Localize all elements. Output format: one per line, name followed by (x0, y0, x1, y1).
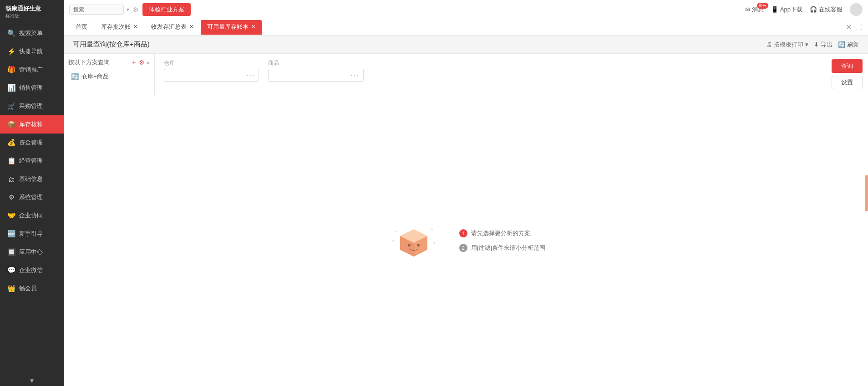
tabbar-actions: ✕ ⛶ (846, 23, 863, 31)
sidebar-item-weixin[interactable]: 💬 企业微信 (0, 261, 64, 279)
svg-point-10 (433, 242, 435, 244)
company-name: 畅康通好生意 (5, 5, 58, 13)
tab-home-label: 首页 (76, 23, 87, 31)
sidebar-scroll-down[interactable]: ▼ (0, 376, 64, 386)
search-icon: 🔍 (7, 29, 15, 37)
warehouse-input[interactable] (168, 72, 244, 79)
sidebar-item-member[interactable]: 👑 畅会员 (0, 279, 64, 298)
sidebar-item-marketing[interactable]: 🎁 营销推广 (0, 61, 64, 79)
query-scheme-icons: ＋ ⚙ « (131, 58, 150, 67)
export-label: 导出 (821, 41, 832, 49)
sidebar-item-operations[interactable]: 📋 经营管理 (0, 152, 64, 170)
tab-collection-summary[interactable]: 收发存汇总表 ✕ (145, 20, 200, 35)
tab-close-all-button[interactable]: ✕ (846, 23, 852, 31)
scheme-item-label: 仓库+商品 (81, 72, 109, 81)
refresh-label: 刷新 (847, 41, 859, 49)
online-service-label: 在线客服 (819, 5, 843, 14)
experience-industry-button[interactable]: 体验行业方案 (142, 3, 191, 16)
query-area: 按以下方案查询 ＋ ⚙ « 🔄 仓库+商品 仓库 (64, 54, 868, 95)
tab-home[interactable]: 首页 (69, 20, 94, 35)
online-service-button[interactable]: 🎧 在线客服 (810, 5, 843, 14)
tab-batch-account-label: 库存批次账 (101, 23, 131, 31)
collapse-scheme-button[interactable]: « (147, 58, 150, 67)
empty-svg (386, 213, 441, 268)
chevron-down-icon[interactable]: ▾ (127, 6, 129, 13)
topbar-search-input[interactable] (69, 5, 124, 15)
tab-available-ledger-close[interactable]: ✕ (251, 24, 255, 30)
inventory-icon: 📦 (7, 120, 15, 129)
sidebar-item-guide[interactable]: 🆕 新手引导 (0, 225, 64, 243)
content-area: 可用量查询(按仓库+商品) 🖨 按模板打印 ▾ ⬇ 导出 🔄 刷新 (64, 36, 868, 386)
sidebar-item-quick-nav[interactable]: ⚡ 快捷导航 (0, 42, 64, 61)
message-button[interactable]: ✉ 消息 99+ (745, 5, 764, 14)
sidebar-item-basic[interactable]: 🗂 基础信息 (0, 170, 64, 188)
scheme-item-warehouse-product[interactable]: 🔄 仓库+商品 (68, 70, 150, 83)
product-field-group: 商品 ··· (268, 59, 363, 82)
query-fields: 仓库 ··· 商品 ··· (155, 54, 826, 95)
template-print-label: 按模板打印 (774, 41, 803, 49)
user-avatar[interactable] (850, 3, 863, 16)
message-icon: ✉ (745, 6, 750, 13)
gear-icon[interactable]: ⚙ (133, 6, 139, 13)
sidebar-item-sales[interactable]: 📊 销售管理 (0, 79, 64, 97)
sidebar-item-label: 资金管理 (19, 139, 43, 147)
query-scheme-panel: 按以下方案查询 ＋ ⚙ « 🔄 仓库+商品 (64, 54, 155, 95)
right-scrollbar[interactable] (865, 175, 868, 211)
settings-scheme-button[interactable]: ⚙ (139, 58, 145, 67)
refresh-button[interactable]: 🔄 刷新 (838, 41, 859, 49)
page-actions: 🖨 按模板打印 ▾ ⬇ 导出 🔄 刷新 (766, 41, 859, 49)
quick-nav-icon: ⚡ (7, 47, 15, 56)
sidebar-item-label: 企业微信 (19, 266, 43, 274)
sidebar-item-label: 营销推广 (19, 66, 43, 74)
tip-text-2: 用[过滤]条件来缩小分析范围 (471, 244, 545, 252)
sidebar-item-label: 采购管理 (19, 102, 43, 110)
query-button[interactable]: 查询 (832, 59, 863, 73)
tab-expand-button[interactable]: ⛶ (855, 23, 863, 31)
warehouse-label: 仓库 (164, 59, 259, 67)
sidebar-item-label: 畅会员 (19, 284, 37, 293)
sidebar-item-finance[interactable]: 💰 资金管理 (0, 134, 64, 152)
tab-batch-account-close[interactable]: ✕ (133, 24, 137, 30)
sidebar-item-inventory[interactable]: 📦 库存核算 (0, 115, 64, 134)
sidebar-item-label: 快捷导航 (19, 47, 43, 56)
purchase-icon: 🛒 (7, 102, 15, 110)
topbar-search-area: ▾ (69, 5, 129, 15)
page-title: 可用量查询(按仓库+商品) (73, 40, 150, 49)
sidebar-item-label: 库存核算 (19, 120, 43, 129)
warehouse-more-icon[interactable]: ··· (246, 71, 255, 79)
sidebar-item-label: 基础信息 (19, 175, 43, 183)
sidebar-item-system[interactable]: ⚙ 系统管理 (0, 188, 64, 206)
sidebar-item-app-center[interactable]: 🔲 应用中心 (0, 243, 64, 261)
sidebar-item-purchase[interactable]: 🛒 采购管理 (0, 97, 64, 115)
svg-point-8 (431, 228, 433, 231)
headset-icon: 🎧 (810, 6, 817, 13)
tab-available-ledger[interactable]: 可用量库存账本 ✕ (201, 20, 262, 35)
sidebar-item-label: 新手引导 (19, 230, 43, 238)
system-icon: ⚙ (7, 193, 15, 201)
sidebar-logo: 畅康通好生意 标准版 (0, 0, 64, 24)
topbar: ▾ ⚙ 体验行业方案 ✉ 消息 99+ 📱 App下载 🎧 在线客服 (64, 0, 868, 19)
export-button[interactable]: ⬇ 导出 (814, 41, 832, 49)
template-print-button[interactable]: 🖨 按模板打印 ▾ (766, 41, 808, 49)
guide-icon: 🆕 (7, 230, 15, 238)
product-more-icon[interactable]: ··· (350, 71, 359, 79)
member-icon: 👑 (7, 284, 15, 293)
topbar-right-actions: ✉ 消息 99+ 📱 App下载 🎧 在线客服 (745, 3, 863, 16)
sidebar-nav: 🔍 搜索菜单 ⚡ 快捷导航 🎁 营销推广 📊 销售管理 🛒 采购管理 📦 库存核… (0, 24, 64, 376)
tab-collection-summary-close[interactable]: ✕ (189, 24, 193, 30)
sidebar-item-label: 经营管理 (19, 157, 43, 165)
setting-button[interactable]: 设置 (832, 76, 863, 89)
app-download-button[interactable]: 📱 App下载 (771, 5, 802, 14)
svg-point-7 (395, 231, 396, 232)
warehouse-input-wrap: ··· (164, 69, 259, 82)
sidebar-item-cooperation[interactable]: 🤝 企业协同 (0, 206, 64, 225)
cooperation-icon: 🤝 (7, 211, 15, 220)
product-input[interactable] (272, 72, 349, 79)
basic-icon: 🗂 (7, 175, 15, 183)
chevron-print-icon: ▾ (805, 41, 808, 48)
sidebar-item-search[interactable]: 🔍 搜索菜单 (0, 24, 64, 42)
add-scheme-button[interactable]: ＋ (131, 58, 137, 67)
svg-point-5 (417, 244, 420, 247)
svg-point-4 (408, 244, 411, 247)
tab-batch-account[interactable]: 库存批次账 ✕ (95, 20, 144, 35)
